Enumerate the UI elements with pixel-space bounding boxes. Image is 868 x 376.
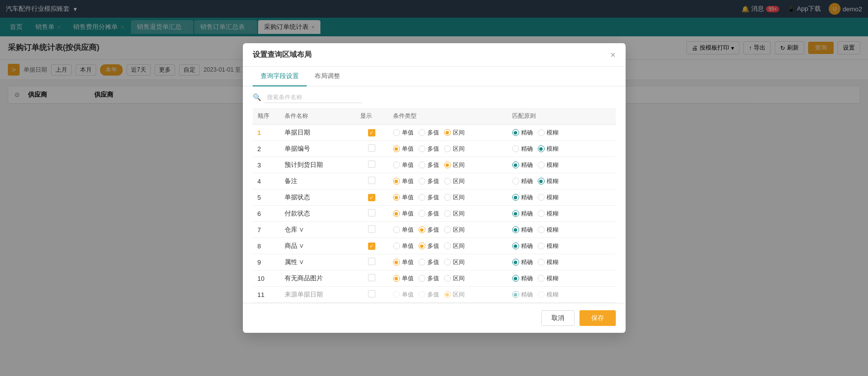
match-fuzzy-radio[interactable]: 模糊 bbox=[538, 291, 558, 299]
save-button[interactable]: 保存 bbox=[579, 310, 616, 326]
dialog-search-area: 🔍 bbox=[243, 86, 626, 108]
type-range-radio[interactable]: 区间 bbox=[444, 193, 465, 202]
row-display bbox=[355, 222, 388, 238]
display-checkbox[interactable] bbox=[368, 242, 375, 250]
match-exact-radio[interactable]: 精确 bbox=[512, 242, 533, 250]
row-match: 精确模糊 bbox=[507, 222, 616, 238]
display-checkbox[interactable] bbox=[368, 290, 375, 297]
display-checkbox[interactable] bbox=[368, 177, 375, 184]
table-row: 5单据状态单值多值区间精确模糊 bbox=[253, 189, 616, 206]
type-single-radio[interactable]: 单值 bbox=[393, 210, 414, 218]
match-fuzzy-radio[interactable]: 模糊 bbox=[538, 161, 558, 169]
display-checkbox[interactable] bbox=[368, 209, 375, 216]
dialog-close-button[interactable]: × bbox=[610, 51, 616, 59]
type-range-radio[interactable]: 区间 bbox=[444, 258, 465, 267]
match-fuzzy-radio[interactable]: 模糊 bbox=[538, 210, 558, 218]
match-exact-radio[interactable]: 精确 bbox=[512, 193, 533, 202]
type-single-radio[interactable]: 单值 bbox=[393, 129, 414, 137]
display-checkbox[interactable] bbox=[368, 225, 375, 233]
match-exact-radio[interactable]: 精确 bbox=[512, 177, 533, 186]
row-name: 仓库 ∨ bbox=[280, 222, 356, 238]
match-exact-radio[interactable]: 精确 bbox=[512, 226, 533, 234]
display-checkbox[interactable] bbox=[368, 194, 375, 201]
match-exact-radio[interactable]: 精确 bbox=[512, 210, 533, 218]
display-checkbox[interactable] bbox=[368, 274, 375, 281]
table-row: 7仓库 ∨单值多值区间精确模糊 bbox=[253, 222, 616, 238]
type-multi-radio[interactable]: 多值 bbox=[419, 129, 439, 137]
row-match: 精确模糊 bbox=[507, 141, 616, 157]
col-header-order: 顺序 bbox=[253, 108, 280, 125]
search-input[interactable] bbox=[264, 91, 362, 103]
dialog-footer: 取消 保存 bbox=[243, 303, 626, 333]
display-checkbox[interactable] bbox=[368, 161, 375, 168]
table-row: 11来源单据日期单值多值区间精确模糊 bbox=[253, 287, 616, 303]
table-row: 6付款状态单值多值区间精确模糊 bbox=[253, 206, 616, 222]
type-single-radio[interactable]: 单值 bbox=[393, 193, 414, 202]
row-name: 预计到货日期 bbox=[280, 157, 356, 173]
match-exact-radio[interactable]: 精确 bbox=[512, 291, 533, 299]
match-fuzzy-radio[interactable]: 模糊 bbox=[538, 129, 558, 137]
type-multi-radio[interactable]: 多值 bbox=[419, 193, 439, 202]
type-range-radio[interactable]: 区间 bbox=[444, 145, 465, 153]
type-multi-radio[interactable]: 多值 bbox=[419, 177, 439, 186]
type-multi-radio[interactable]: 多值 bbox=[419, 210, 439, 218]
type-single-radio[interactable]: 单值 bbox=[393, 226, 414, 234]
type-range-radio[interactable]: 区间 bbox=[444, 210, 465, 218]
row-display bbox=[355, 173, 388, 189]
match-exact-radio[interactable]: 精确 bbox=[512, 161, 533, 169]
type-single-radio[interactable]: 单值 bbox=[393, 161, 414, 169]
type-multi-radio[interactable]: 多值 bbox=[419, 145, 439, 153]
type-range-radio[interactable]: 区间 bbox=[444, 226, 465, 234]
type-multi-radio[interactable]: 多值 bbox=[419, 226, 439, 234]
match-fuzzy-radio[interactable]: 模糊 bbox=[538, 242, 558, 250]
match-exact-radio[interactable]: 精确 bbox=[512, 145, 533, 153]
type-range-radio[interactable]: 区间 bbox=[444, 291, 465, 299]
type-single-radio[interactable]: 单值 bbox=[393, 274, 414, 283]
dialog-title: 设置查询区域布局 bbox=[253, 50, 312, 59]
display-checkbox[interactable] bbox=[368, 129, 375, 136]
match-fuzzy-radio[interactable]: 模糊 bbox=[538, 226, 558, 234]
type-multi-radio[interactable]: 多值 bbox=[419, 242, 439, 250]
row-order: 6 bbox=[253, 206, 280, 222]
type-multi-radio[interactable]: 多值 bbox=[419, 258, 439, 267]
match-fuzzy-radio[interactable]: 模糊 bbox=[538, 193, 558, 202]
cancel-button[interactable]: 取消 bbox=[541, 310, 575, 326]
row-type: 单值多值区间 bbox=[388, 270, 507, 287]
tab-query-field-settings[interactable]: 查询字段设置 bbox=[253, 67, 307, 86]
type-range-radio[interactable]: 区间 bbox=[444, 177, 465, 186]
table-row: 10有无商品图片单值多值区间精确模糊 bbox=[253, 270, 616, 287]
type-multi-radio[interactable]: 多值 bbox=[419, 274, 439, 283]
row-name: 备注 bbox=[280, 173, 356, 189]
match-exact-radio[interactable]: 精确 bbox=[512, 129, 533, 137]
type-single-radio[interactable]: 单值 bbox=[393, 291, 414, 299]
type-range-radio[interactable]: 区间 bbox=[444, 129, 465, 137]
order-number: 11 bbox=[258, 291, 264, 298]
display-checkbox[interactable] bbox=[368, 144, 375, 152]
type-multi-radio[interactable]: 多值 bbox=[419, 161, 439, 169]
match-fuzzy-radio[interactable]: 模糊 bbox=[538, 145, 558, 153]
type-range-radio[interactable]: 区间 bbox=[444, 274, 465, 283]
row-display bbox=[355, 157, 388, 173]
type-range-radio[interactable]: 区间 bbox=[444, 161, 465, 169]
type-range-radio[interactable]: 区间 bbox=[444, 242, 465, 250]
row-match: 精确模糊 bbox=[507, 287, 616, 303]
match-exact-radio[interactable]: 精确 bbox=[512, 274, 533, 283]
display-checkbox[interactable] bbox=[368, 258, 375, 265]
row-order: 7 bbox=[253, 222, 280, 238]
match-fuzzy-radio[interactable]: 模糊 bbox=[538, 258, 558, 267]
type-single-radio[interactable]: 单值 bbox=[393, 258, 414, 267]
type-single-radio[interactable]: 单值 bbox=[393, 177, 414, 186]
row-type: 单值多值区间 bbox=[388, 189, 507, 206]
match-fuzzy-radio[interactable]: 模糊 bbox=[538, 177, 558, 186]
match-fuzzy-radio[interactable]: 模糊 bbox=[538, 274, 558, 283]
order-number: 4 bbox=[258, 178, 261, 185]
tab-layout-adjust[interactable]: 布局调整 bbox=[307, 67, 348, 86]
order-number: 10 bbox=[258, 275, 264, 282]
type-single-radio[interactable]: 单值 bbox=[393, 145, 414, 153]
table-row: 2单据编号单值多值区间精确模糊 bbox=[253, 141, 616, 157]
table-row: 9属性 ∨单值多值区间精确模糊 bbox=[253, 254, 616, 270]
match-exact-radio[interactable]: 精确 bbox=[512, 258, 533, 267]
type-single-radio[interactable]: 单值 bbox=[393, 242, 414, 250]
type-multi-radio[interactable]: 多值 bbox=[419, 291, 439, 299]
order-number: 6 bbox=[258, 210, 261, 217]
